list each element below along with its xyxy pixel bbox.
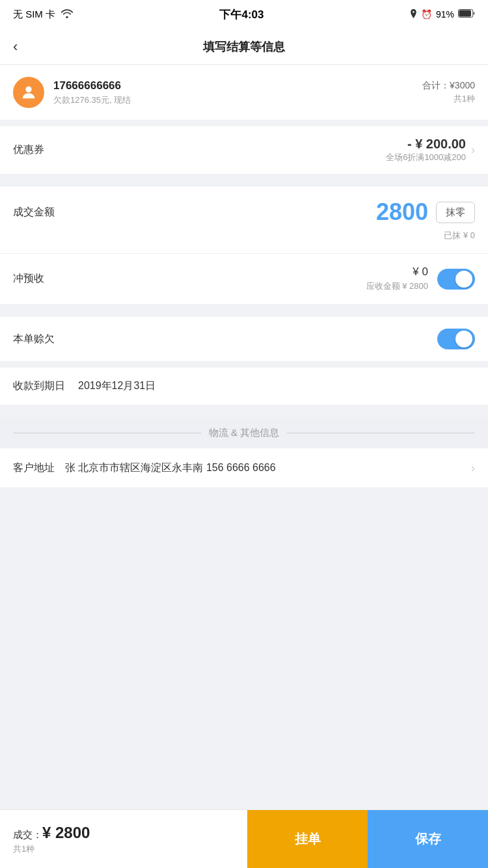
coupon-row[interactable]: 优惠券 - ¥ 200.00 全场6折满1000减200 ›: [0, 126, 488, 174]
svg-point-2: [25, 87, 31, 92]
address-section[interactable]: 客户地址 张 北京市市辖区海淀区永丰南 156 6666 6666 ›: [0, 448, 488, 487]
debt-section: 本单赊欠: [0, 317, 488, 361]
address-chevron: ›: [471, 461, 475, 475]
main-content: 17666666666 欠款1276.35元, 现结 合计：¥3000 共1种 …: [0, 65, 488, 689]
prereceive-label: 冲预收: [13, 272, 44, 286]
round-btn[interactable]: 抹零: [436, 202, 475, 223]
save-button[interactable]: 保存: [368, 810, 488, 869]
total-count: 共1种: [422, 93, 475, 105]
prereceive-values: ¥ 0 应收金额 ¥ 2800: [366, 265, 428, 292]
customer-right: 合计：¥3000 共1种: [422, 80, 475, 105]
amount-label: 成交金额: [13, 206, 55, 219]
avatar: [13, 77, 44, 108]
prereceive-section: 冲预收 ¥ 0 应收金额 ¥ 2800: [0, 253, 488, 304]
logistics-line-right: [287, 433, 475, 433]
bottom-deal-amount: ¥ 2800: [42, 824, 90, 841]
status-bar: 无 SIM 卡 下午4:03 ⏰ 91%: [0, 0, 488, 29]
debt-label: 本单赊欠: [13, 332, 55, 346]
prereceive-right: ¥ 0 应收金额 ¥ 2800: [366, 265, 475, 292]
coupon-desc: 全场6折满1000减200: [386, 152, 466, 163]
coupon-right: - ¥ 200.00 全场6折满1000减200 ›: [386, 137, 475, 163]
gray-divider-3: [0, 411, 488, 418]
carrier-text: 无 SIM 卡: [13, 8, 55, 21]
customer-left: 17666666666 欠款1276.35元, 现结: [13, 77, 131, 108]
logistics-title: 物流 & 其他信息: [209, 427, 279, 439]
blank-area: [0, 494, 488, 624]
duedate-section: 收款到期日 2019年12月31日: [0, 368, 488, 405]
total-label: 合计：¥3000: [422, 80, 475, 92]
bottom-deal-label: 成交：¥ 2800: [13, 824, 234, 842]
address-label: 客户地址: [13, 461, 55, 475]
bottom-count: 共1种: [13, 843, 234, 855]
customer-subtext: 欠款1276.35元, 现结: [53, 94, 131, 106]
battery-text: 91%: [436, 9, 454, 20]
debt-toggle[interactable]: [437, 329, 475, 349]
amount-row: 成交金额 2800 抹零: [13, 198, 475, 226]
gray-divider-1: [0, 180, 488, 187]
status-time: 下午4:03: [219, 7, 264, 22]
prereceive-sub: 应收金额 ¥ 2800: [366, 280, 428, 292]
amount-value: 2800: [376, 198, 428, 226]
gray-divider-2: [0, 310, 488, 317]
battery-icon: [458, 9, 475, 20]
duedate-label: 收款到期日: [13, 379, 65, 393]
amount-sub: 已抹 ¥ 0: [13, 230, 475, 241]
logistics-header: 物流 & 其他信息: [0, 418, 488, 448]
prereceive-toggle[interactable]: [437, 269, 475, 290]
customer-card: 17666666666 欠款1276.35元, 现结 合计：¥3000 共1种: [0, 65, 488, 120]
address-value: 张 北京市市辖区海淀区永丰南 156 6666 6666: [65, 460, 465, 476]
back-button[interactable]: ‹: [13, 38, 18, 55]
coupon-label: 优惠券: [13, 143, 44, 157]
coupon-chevron: ›: [471, 143, 475, 157]
prereceive-main: ¥ 0: [413, 265, 428, 278]
location-icon: [410, 9, 417, 20]
customer-info: 17666666666 欠款1276.35元, 现结: [53, 79, 131, 106]
status-left: 无 SIM 卡: [13, 8, 74, 21]
duedate-value: 2019年12月31日: [78, 379, 156, 393]
nav-bar: ‹ 填写结算等信息: [0, 29, 488, 65]
bottom-summary: 成交：¥ 2800 共1种: [0, 824, 247, 855]
customer-phone: 17666666666: [53, 79, 131, 92]
amount-value-group: 2800 抹零: [376, 198, 475, 226]
logistics-line-left: [13, 433, 201, 433]
total-value: ¥3000: [450, 80, 475, 90]
amount-section: 成交金额 2800 抹零 已抹 ¥ 0: [0, 187, 488, 253]
status-right: ⏰ 91%: [410, 9, 475, 20]
wifi-icon: [61, 8, 74, 20]
alarm-icon: ⏰: [421, 9, 432, 20]
coupon-discount: - ¥ 200.00: [386, 137, 466, 152]
hang-button[interactable]: 挂单: [247, 810, 368, 869]
svg-rect-1: [459, 10, 471, 16]
bottom-bar: 成交：¥ 2800 共1种 挂单 保存: [0, 809, 488, 868]
coupon-values: - ¥ 200.00 全场6折满1000减200: [386, 137, 466, 163]
nav-title: 填写结算等信息: [203, 39, 285, 55]
